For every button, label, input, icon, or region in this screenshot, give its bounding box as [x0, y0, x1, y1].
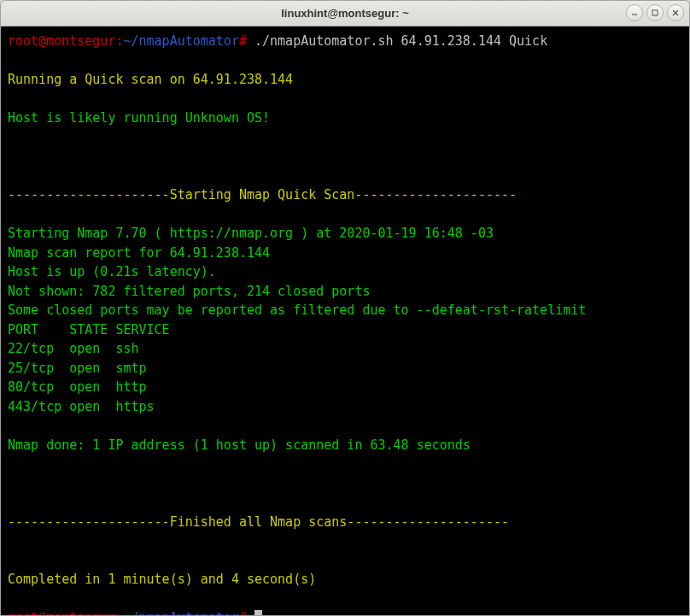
port-header: PORT STATE SERVICE	[8, 322, 170, 337]
cursor	[254, 610, 262, 615]
terminal-body[interactable]: root@montsegur:~/nmapAutomator# ./nmapAu…	[1, 26, 689, 615]
port-443: 443/tcp open https	[8, 399, 155, 414]
minimize-button[interactable]	[626, 4, 643, 21]
scan-report: Nmap scan report for 64.91.238.144	[8, 245, 270, 261]
titlebar[interactable]: linuxhint@montsegur: ~	[1, 1, 689, 26]
port-80: 80/tcp open http	[8, 379, 147, 395]
host-up: Host is up (0.21s latency).	[8, 264, 216, 279]
prompt2-user: root@montsegur	[8, 610, 115, 615]
svg-rect-1	[652, 10, 658, 15]
prompt-path: ~/nmapAutomator	[123, 33, 238, 49]
window-title: linuxhint@montsegur: ~	[281, 7, 409, 20]
window-controls	[626, 4, 684, 21]
command-text: ./nmapAutomator.sh 64.91.238.144 Quick	[254, 33, 547, 49]
prompt-user: root@montsegur	[8, 33, 115, 49]
some-closed: Some closed ports may be reported as fil…	[8, 302, 586, 318]
prompt2-path: ~/nmapAutomator	[123, 610, 238, 615]
divider-end: ---------------------Finished all Nmap s…	[8, 514, 509, 530]
minimize-icon	[630, 9, 639, 17]
host-os-line: Host is likely running Unknown OS!	[8, 110, 270, 126]
prompt2-hash: #	[239, 610, 247, 615]
not-shown: Not shown: 782 filtered ports, 214 close…	[8, 284, 370, 299]
divider-start: ---------------------Starting Nmap Quick…	[8, 187, 517, 202]
terminal-window: linuxhint@montsegur: ~ root@montsegur:~/…	[0, 0, 690, 616]
close-icon	[671, 9, 680, 17]
port-25: 25/tcp open smtp	[8, 361, 147, 376]
completed-line: Completed in 1 minute(s) and 4 second(s)	[8, 572, 316, 587]
running-line: Running a Quick scan on 64.91.238.144	[8, 72, 293, 87]
nmap-done: Nmap done: 1 IP address (1 host up) scan…	[8, 437, 471, 453]
close-button[interactable]	[667, 4, 684, 21]
prompt-hash: #	[239, 33, 247, 49]
port-22: 22/tcp open ssh	[8, 341, 139, 356]
nmap-start: Starting Nmap 7.70 ( https://nmap.org ) …	[8, 226, 494, 241]
maximize-icon	[651, 9, 659, 17]
maximize-button[interactable]	[646, 4, 664, 21]
